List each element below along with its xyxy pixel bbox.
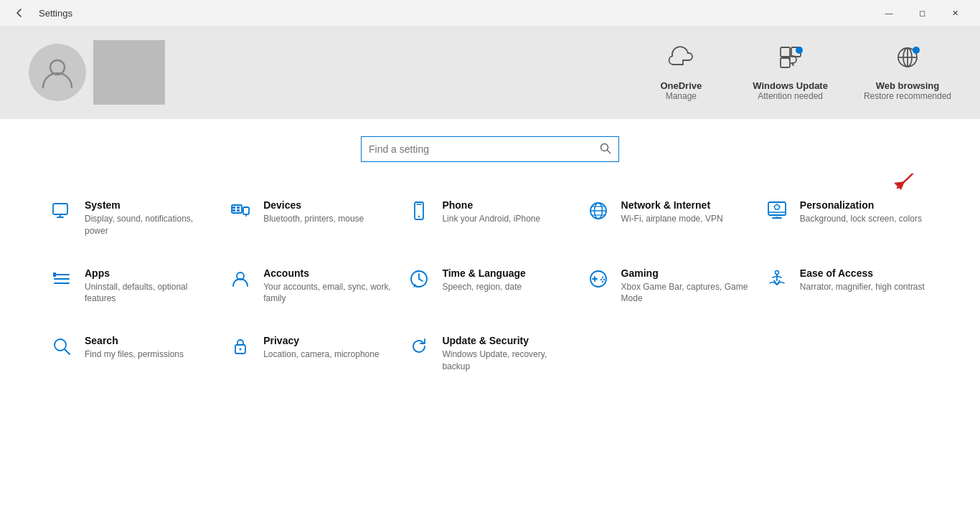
- search-icon: [600, 143, 611, 156]
- ease-icon: [765, 269, 788, 294]
- update-title: Update & Security: [442, 335, 572, 346]
- time-desc: Speech, region, date: [442, 281, 572, 293]
- personalization-desc: Background, lock screen, colors: [800, 213, 930, 225]
- minimize-button[interactable]: —: [872, 1, 905, 24]
- phone-title: Phone: [442, 199, 572, 211]
- windows-update-title: Windows Update: [753, 80, 828, 91]
- search-settings-text: Search Find my files, permissions: [85, 335, 215, 361]
- apps-title: Apps: [85, 267, 215, 279]
- grid-spacer-2: [758, 323, 937, 384]
- privacy-title: Privacy: [263, 335, 393, 346]
- network-text: Network & Internet Wi-Fi, airplane mode,…: [621, 199, 751, 225]
- search-area: [0, 119, 980, 174]
- apps-desc: Uninstall, defaults, optional features: [85, 281, 215, 305]
- windows-update-subtitle: Attention needed: [758, 91, 823, 101]
- close-button[interactable]: ✕: [938, 1, 971, 24]
- search-settings-desc: Find my files, permissions: [85, 348, 215, 361]
- svg-point-47: [775, 270, 778, 274]
- settings-item-accounts[interactable]: Accounts Your accounts, email, sync, wor…: [222, 256, 400, 317]
- ease-title: Ease of Access: [800, 267, 930, 279]
- settings-item-privacy[interactable]: Privacy Location, camera, microphone: [222, 323, 400, 384]
- app-title: Settings: [39, 8, 72, 19]
- phone-icon: [407, 201, 430, 226]
- profile-section: [29, 40, 645, 105]
- settings-item-apps[interactable]: Apps Uninstall, defaults, optional featu…: [43, 256, 222, 317]
- ease-desc: Narrator, magnifier, high contrast: [800, 281, 930, 293]
- svg-point-44: [603, 278, 604, 280]
- svg-point-23: [418, 216, 420, 217]
- red-arrow: [869, 174, 933, 195]
- maximize-button[interactable]: ◻: [905, 1, 938, 24]
- devices-desc: Bluetooth, printers, mouse: [263, 213, 393, 225]
- settings-item-network[interactable]: Network & Internet Wi-Fi, airplane mode,…: [580, 188, 758, 249]
- settings-item-update[interactable]: Update & Security Windows Update, recove…: [400, 323, 579, 384]
- update-text: Update & Security Windows Update, recove…: [442, 335, 572, 373]
- onedrive-title: OneDrive: [660, 80, 702, 91]
- gaming-text: Gaming Xbox Game Bar, captures, Game Mod…: [621, 267, 751, 305]
- settings-grid: System Display, sound, notifications, po…: [43, 188, 937, 384]
- svg-point-4: [796, 47, 803, 54]
- gaming-desc: Xbox Game Bar, captures, Game Mode: [621, 281, 751, 305]
- quick-action-windows-update[interactable]: Windows Update Attention needed: [753, 44, 828, 101]
- svg-point-51: [240, 348, 242, 351]
- accounts-desc: Your accounts, email, sync, work, family: [263, 281, 393, 305]
- devices-icon: [229, 201, 252, 226]
- title-bar: Settings — ◻ ✕: [0, 0, 980, 26]
- ease-text: Ease of Access Narrator, magnifier, high…: [800, 267, 930, 293]
- windows-update-icon: [778, 44, 804, 76]
- privacy-desc: Location, camera, microphone: [263, 348, 393, 361]
- time-text: Time & Language Speech, region, date: [442, 267, 572, 293]
- gaming-icon: [587, 269, 610, 294]
- settings-item-phone[interactable]: Phone Link your Android, iPhone: [400, 188, 579, 249]
- phone-desc: Link your Android, iPhone: [442, 213, 572, 225]
- accounts-text: Accounts Your accounts, email, sync, wor…: [263, 267, 393, 305]
- svg-text:A: A: [413, 283, 417, 288]
- search-settings-title: Search: [85, 335, 215, 346]
- devices-title: Devices: [263, 199, 393, 211]
- svg-line-11: [608, 150, 611, 153]
- window-controls: — ◻ ✕: [872, 1, 971, 24]
- svg-rect-3: [781, 58, 790, 67]
- gaming-title: Gaming: [621, 267, 751, 279]
- svg-point-48: [55, 339, 66, 351]
- system-icon: [50, 201, 73, 226]
- quick-action-web-browsing[interactable]: Web browsing Restore recommended: [864, 44, 951, 101]
- web-browsing-subtitle: Restore recommended: [864, 91, 951, 101]
- personalization-icon: [765, 201, 788, 226]
- avatar-image: [93, 40, 165, 105]
- settings-item-search[interactable]: Search Find my files, permissions: [43, 323, 222, 384]
- quick-action-onedrive[interactable]: OneDrive Manage: [645, 44, 717, 101]
- settings-item-gaming[interactable]: Gaming Xbox Game Bar, captures, Game Mod…: [580, 256, 758, 317]
- apps-text: Apps Uninstall, defaults, optional featu…: [85, 267, 215, 305]
- svg-point-46: [601, 280, 603, 282]
- settings-item-time[interactable]: A Time & Language Speech, region, date: [400, 256, 579, 317]
- search-input[interactable]: [369, 143, 600, 155]
- svg-rect-1: [781, 47, 790, 57]
- privacy-text: Privacy Location, camera, microphone: [263, 335, 393, 361]
- svg-point-45: [600, 278, 601, 280]
- apps-icon: [50, 269, 73, 294]
- back-button[interactable]: [9, 2, 30, 24]
- search-box: [361, 136, 619, 162]
- system-desc: Display, sound, notifications, power: [85, 213, 215, 237]
- devices-text: Devices Bluetooth, printers, mouse: [263, 199, 393, 225]
- settings-item-system[interactable]: System Display, sound, notifications, po…: [43, 188, 222, 249]
- avatar-icon: [39, 54, 75, 90]
- svg-marker-30: [894, 181, 905, 190]
- settings-item-devices[interactable]: Devices Bluetooth, printers, mouse: [222, 188, 400, 249]
- system-text: System Display, sound, notifications, po…: [85, 199, 215, 237]
- settings-item-ease[interactable]: Ease of Access Narrator, magnifier, high…: [758, 256, 937, 317]
- grid-spacer-1: [580, 323, 758, 384]
- title-bar-left: Settings: [9, 2, 72, 24]
- onedrive-icon: [668, 44, 694, 76]
- accounts-icon: [229, 269, 252, 294]
- svg-rect-19: [237, 209, 240, 212]
- svg-rect-12: [53, 204, 67, 214]
- svg-point-43: [601, 276, 603, 277]
- search-settings-icon: [50, 336, 73, 361]
- personalization-text: Personalization Background, lock screen,…: [800, 199, 930, 225]
- settings-item-personalization[interactable]: Personalization Background, lock screen,…: [758, 188, 937, 249]
- avatar-circle: [29, 44, 86, 101]
- system-title: System: [85, 199, 215, 211]
- time-title: Time & Language: [442, 267, 572, 279]
